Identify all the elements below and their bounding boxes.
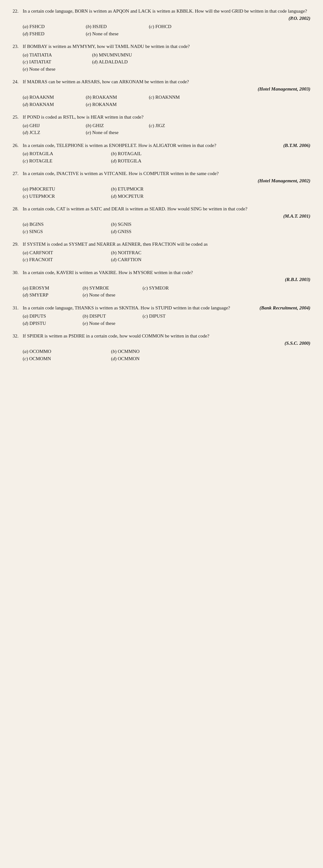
q24-opt-d: (d) ROAKNAM <box>23 101 86 108</box>
q24-opt-c: (c) ROAKNNM <box>149 94 212 101</box>
q23-opt-b: (b) MNUMNUMNU <box>92 52 162 59</box>
q31-number: 31. <box>12 304 23 312</box>
q28-number: 28. <box>12 205 23 219</box>
q31-opt-b: (b) DISPUT <box>83 313 142 320</box>
question-25: 25. If POND is coded as RSTL, how is HEA… <box>12 114 311 136</box>
q27-opt-c: (c) UTEPMOCR <box>23 193 111 200</box>
q29-text: If SYSTEM is coded as SYSMET and NEARER … <box>23 241 311 248</box>
q24-opt-e: (e) ROKANAM <box>86 101 149 108</box>
q24-text: If MADRAS can be written as ARSARS, how … <box>23 78 311 92</box>
q27-number: 27. <box>12 170 23 184</box>
q30-opt-b: (b) SYMROE <box>83 284 142 292</box>
q26-number: 26. <box>12 142 23 149</box>
q22-opt-b: (b) HSJED <box>86 23 149 30</box>
q24-opt-b: (b) ROAKANM <box>86 94 149 101</box>
question-31: 31. In a certain code language, THANKS i… <box>12 304 311 327</box>
question-28: 28. In a certain code, CAT is written as… <box>12 205 311 235</box>
q30-text: In a certain code, KAVERI is written as … <box>23 269 311 283</box>
q25-opt-b: (b) GHIZ <box>86 122 149 129</box>
q31-text: In a certain code language, THANKS is wr… <box>23 304 311 312</box>
q32-opt-b: (b) OCMMNO <box>111 348 199 355</box>
q32-opt-d: (d) OCMMON <box>111 355 199 363</box>
q32-number: 32. <box>12 333 23 347</box>
q30-opt-e: (e) None of these <box>83 291 142 299</box>
q32-opt-a: (a) OCOMMO <box>23 348 111 355</box>
q28-opt-d: (d) GNISS <box>111 228 199 235</box>
q22-opt-d: (d) FSHED <box>23 30 86 37</box>
q22-number: 22. <box>12 7 23 22</box>
q27-text: In a certain code, INACTIVE is written a… <box>23 170 311 184</box>
q31-opt-d: (d) DPISTU <box>23 320 83 327</box>
q25-opt-e: (e) None of these <box>86 129 149 136</box>
q31-opt-a: (a) DIPUTS <box>23 313 83 320</box>
q30-opt-a: (a) EROSYM <box>23 284 83 292</box>
q22-text: In a certain code language, BORN is writ… <box>23 7 311 22</box>
question-26: 26. In a certain code, TELEPHONE is writ… <box>12 142 311 165</box>
q29-opt-b: (b) NOITFRAC <box>111 249 199 256</box>
q23-opt-e: (e) None of these <box>23 66 56 73</box>
q31-opt-e: (e) None of these <box>83 320 142 327</box>
q30-number: 30. <box>12 269 23 283</box>
q30-opt-c: (c) SYMEOR <box>142 284 202 292</box>
q27-opt-d: (d) MOCPETUR <box>111 193 199 200</box>
q29-opt-c: (c) FRACNOIT <box>23 256 111 264</box>
q26-opt-c: (c) ROTAGILE <box>23 157 111 165</box>
q27-opt-b: (b) ETUPMOCR <box>111 185 199 193</box>
q27-source: (Hotel Management, 2002) <box>23 177 311 185</box>
q26-source: (B.T.M. 2006) <box>283 142 311 149</box>
q29-opt-a: (a) CARFNOIT <box>23 249 111 256</box>
q28-opt-c: (c) SINGS <box>23 228 111 235</box>
question-32: 32. If SPIDER is written as PSDIRE in a … <box>12 333 311 362</box>
q22-source: (P.O. 2002) <box>23 15 311 22</box>
q30-opt-d: (d) SMYERP <box>23 291 83 299</box>
q30-source: (R.B.I. 2003) <box>23 276 311 283</box>
q22-opt-e: (e) None of these <box>86 30 149 37</box>
question-24: 24. If MADRAS can be written as ARSARS, … <box>12 78 311 108</box>
q25-number: 25. <box>12 114 23 121</box>
q26-opt-a: (a) ROTAGILA <box>23 150 111 157</box>
q28-opt-a: (a) BGINS <box>23 221 111 228</box>
q26-opt-d: (d) ROTEGILA <box>111 157 199 165</box>
q31-source: (Bank Recruitment, 2004) <box>260 304 311 312</box>
question-27: 27. In a certain code, INACTIVE is writt… <box>12 170 311 200</box>
q26-opt-b: (b) ROTAGAIL <box>111 150 199 157</box>
q28-opt-b: (b) SGNIS <box>111 221 199 228</box>
q31-opt-c: (c) DIPUST <box>142 313 202 320</box>
q23-text: If BOMBAY is written as MYMYMY, how will… <box>23 43 311 50</box>
question-30: 30. In a certain code, KAVERI is written… <box>12 269 311 299</box>
q29-number: 29. <box>12 241 23 248</box>
q25-opt-d: (d) JCLZ <box>23 129 86 136</box>
q29-opt-d: (d) CARFTION <box>111 256 199 264</box>
q32-text: If SPIDER is written as PSDIRE in a cert… <box>23 333 311 347</box>
q27-opt-a: (a) PMOCRETU <box>23 185 111 193</box>
q23-opt-a: (a) TIATIATIA <box>23 52 92 59</box>
question-29: 29. If SYSTEM is coded as SYSMET and NEA… <box>12 241 311 264</box>
question-23: 23. If BOMBAY is written as MYMYMY, how … <box>12 43 311 72</box>
q26-text: In a certain code, TELEPHONE is written … <box>23 142 311 149</box>
q23-number: 23. <box>12 43 23 50</box>
q32-source: (S.S.C. 2000) <box>23 340 311 347</box>
q32-opt-c: (c) OCMOMN <box>23 355 111 363</box>
q28-text: In a certain code, CAT is written as SAT… <box>23 205 311 219</box>
q25-opt-a: (a) GHIJ <box>23 122 86 129</box>
q23-opt-d: (d) ALDALDALD <box>92 58 162 66</box>
q22-opt-a: (a) FSHCD <box>23 23 86 30</box>
q25-text: If POND is coded as RSTL, how is HEAR wr… <box>23 114 311 121</box>
q24-opt-a: (a) ROAAKNM <box>23 94 86 101</box>
q25-opt-c: (c) JIGZ <box>149 122 212 129</box>
q24-number: 24. <box>12 78 23 92</box>
q22-opt-c: (c) FOHCD <box>149 23 212 30</box>
q23-opt-c: (c) IATIATIAT <box>23 58 92 66</box>
q28-source: (M.A.T. 2001) <box>23 213 311 220</box>
q24-source: (Hotel Management, 2003) <box>23 86 311 93</box>
question-22: 22. In a certain code language, BORN is … <box>12 7 311 37</box>
